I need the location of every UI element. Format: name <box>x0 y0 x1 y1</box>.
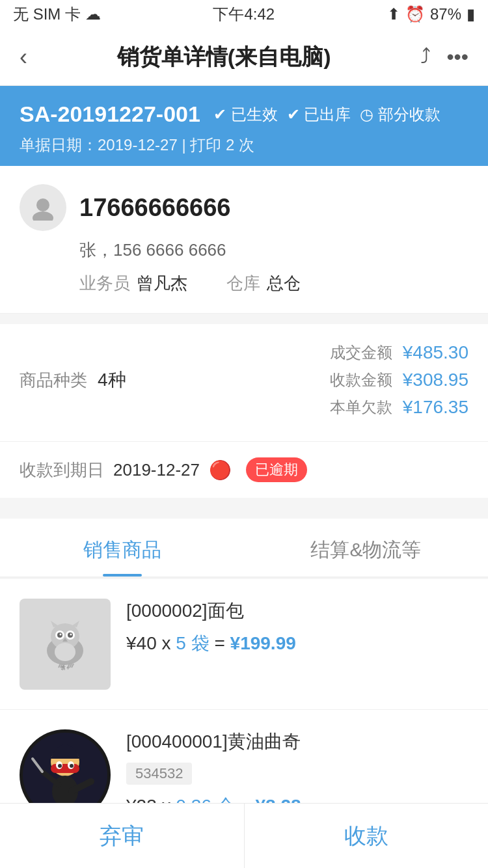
tabs-section: 销售商品 结算&物流等 <box>0 519 488 578</box>
price-qty: 5 <box>176 633 186 653</box>
amount-val-1: ¥308.95 <box>403 370 468 390</box>
amount-val-0: ¥485.30 <box>403 342 468 363</box>
product-info-bread: [0000002]面包 ¥40 x 5 袋 = ¥199.99 <box>126 599 468 656</box>
customer-section: 17666666666 张，156 6666 6666 业务员 曾凡杰 仓库 总… <box>0 166 488 314</box>
customer-name: 张，156 6666 6666 <box>20 239 468 262</box>
price-total: ¥199.99 <box>230 633 296 653</box>
svg-point-8 <box>60 634 62 636</box>
sim-status: 无 SIM 卡 ☁ <box>13 4 101 25</box>
more-icon[interactable]: ••• <box>446 45 468 69</box>
divider-1 <box>0 314 488 324</box>
alarm-icon: ⏰ <box>405 5 425 23</box>
warehouse-value: 总仓 <box>267 272 301 295</box>
price-eq: = <box>214 633 230 653</box>
svg-text:豸+: 豸+ <box>61 665 70 670</box>
type-label: 商品种类 <box>20 369 87 392</box>
status-tags: ✔ 已生效 ✔ 已出库 ◷ 部分收款 <box>213 104 441 125</box>
nav-bar: ‹ 销货单详情(来自电脑) ⤴ ••• <box>0 29 488 86</box>
amount-label-2: 本单欠款 <box>330 397 392 418</box>
price-base: ¥40 <box>126 633 157 653</box>
banner-sub: 单据日期：2019-12-27 | 打印 2 次 <box>20 135 468 156</box>
svg-point-26 <box>58 764 62 768</box>
banner-top: SA-20191227-001 ✔ 已生效 ✔ 已出库 ◷ 部分收款 <box>20 102 468 127</box>
product-name-cookie: [000400001]黄油曲奇 <box>126 729 468 754</box>
status-effected: ✔ 已生效 <box>213 104 278 125</box>
svg-point-9 <box>70 634 72 636</box>
status-time: 下午4:42 <box>213 4 275 25</box>
cancel-button[interactable]: 弃审 <box>0 804 245 868</box>
status-partial: ◷ 部分收款 <box>360 104 441 125</box>
product-item: 豸+ [0000002]面包 ¥40 x 5 袋 = ¥199.99 <box>0 579 488 710</box>
svg-point-27 <box>70 764 74 768</box>
overdue-badge: 已逾期 <box>246 457 307 482</box>
status-right: ⬆ ⏰ 87% ▮ <box>387 5 475 23</box>
product-price-bread: ¥40 x 5 袋 = ¥199.99 <box>126 631 468 656</box>
battery-level: 87% <box>430 5 461 23</box>
summary-section: 商品种类 4种 成交金额 ¥485.30 收款金额 ¥308.95 本单欠款 ¥… <box>0 324 488 441</box>
summary-row: 商品种类 4种 成交金额 ¥485.30 收款金额 ¥308.95 本单欠款 ¥… <box>20 342 468 418</box>
sales-label: 业务员 <box>79 272 130 295</box>
page-title: 销货单详情(来自电脑) <box>117 42 331 72</box>
duedate-value: 2019-12-27 <box>113 460 200 480</box>
status-shipped: ✔ 已出库 <box>287 104 351 125</box>
amount-row-0: 成交金额 ¥485.30 <box>330 342 468 363</box>
duedate-label: 收款到期日 <box>20 459 104 481</box>
product-image-bread: 豸+ <box>20 599 111 690</box>
sales-meta: 业务员 曾凡杰 <box>79 272 187 295</box>
avatar <box>20 184 66 231</box>
divider-2 <box>0 498 488 508</box>
svg-point-0 <box>36 198 49 211</box>
summary-right: 成交金额 ¥485.30 收款金额 ¥308.95 本单欠款 ¥176.35 <box>330 342 468 418</box>
tab-sales[interactable]: 销售商品 <box>0 519 244 576</box>
amount-label-0: 成交金额 <box>330 342 392 363</box>
location-icon: ⬆ <box>387 5 400 23</box>
summary-left: 商品种类 4种 <box>20 368 126 392</box>
products-section: 豸+ [0000002]面包 ¥40 x 5 袋 = ¥199.99 <box>0 579 488 841</box>
collect-button[interactable]: 收款 <box>245 804 489 868</box>
customer-phone: 17666666666 <box>79 194 230 222</box>
svg-point-13 <box>55 643 75 661</box>
sales-value: 曾凡杰 <box>137 272 187 295</box>
customer-top: 17666666666 <box>20 184 468 231</box>
warehouse-meta: 仓库 总仓 <box>226 272 301 295</box>
amount-label-1: 收款金额 <box>330 370 392 390</box>
price-x: x <box>162 633 176 653</box>
amount-row-2: 本单欠款 ¥176.35 <box>330 397 468 418</box>
back-button[interactable]: ‹ <box>20 44 27 71</box>
product-name-bread: [0000002]面包 <box>126 599 468 623</box>
battery-icon: ▮ <box>467 5 475 23</box>
customer-meta: 业务员 曾凡杰 仓库 总仓 <box>20 272 468 295</box>
product-sku: 534532 <box>126 763 192 785</box>
warehouse-label: 仓库 <box>226 272 260 295</box>
overdue-icon: 🔴 <box>209 459 232 481</box>
type-value: 4种 <box>98 368 126 392</box>
share-icon[interactable]: ⤴ <box>420 45 431 69</box>
tabs-row: 销售商品 结算&物流等 <box>0 519 488 576</box>
status-left: 无 SIM 卡 ☁ <box>13 4 101 25</box>
svg-rect-23 <box>51 764 79 773</box>
nav-icons: ⤴ ••• <box>420 45 468 69</box>
price-unit: 袋 <box>191 633 210 653</box>
amount-row-1: 收款金额 ¥308.95 <box>330 370 468 390</box>
duedate-section: 收款到期日 2019-12-27 🔴 已逾期 <box>0 441 488 498</box>
status-bar: 无 SIM 卡 ☁ 下午4:42 ⬆ ⏰ 87% ▮ <box>0 0 488 29</box>
svg-point-1 <box>33 211 53 221</box>
tab-settle[interactable]: 结算&物流等 <box>244 519 488 576</box>
header-banner: SA-20191227-001 ✔ 已生效 ✔ 已出库 ◷ 部分收款 单据日期：… <box>0 86 488 166</box>
bottom-bar: 弃审 收款 <box>0 803 488 868</box>
amount-val-2: ¥176.35 <box>403 397 468 418</box>
order-id: SA-20191227-001 <box>20 102 200 127</box>
